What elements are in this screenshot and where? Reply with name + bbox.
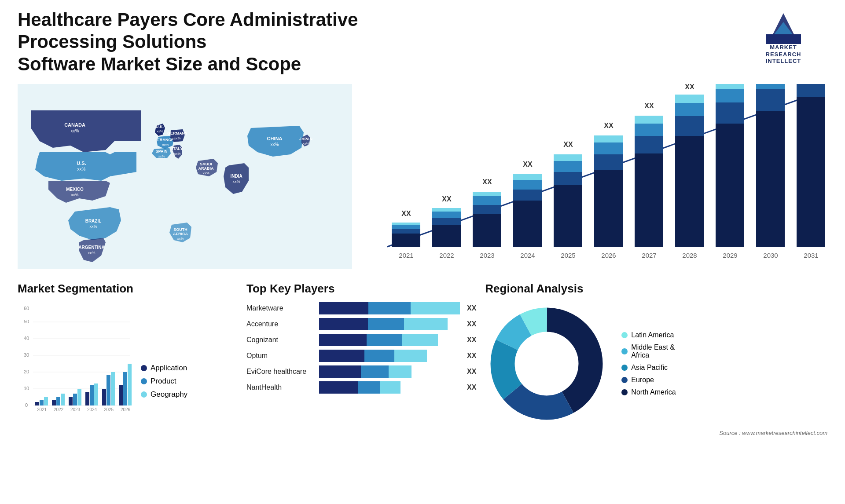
svg-rect-86 <box>716 124 744 247</box>
regional-dot-middle-east <box>621 348 628 354</box>
svg-text:AFRICA: AFRICA <box>173 232 188 236</box>
svg-rect-83 <box>675 95 704 103</box>
svg-text:xx%: xx% <box>302 142 309 146</box>
svg-rect-71 <box>594 135 623 142</box>
svg-text:XX: XX <box>563 141 573 148</box>
regional-section: Regional Analysis <box>485 282 827 436</box>
svg-text:2021: 2021 <box>37 407 47 412</box>
svg-text:xx%: xx% <box>77 167 86 172</box>
bar-seg-2 <box>358 381 380 394</box>
svg-text:0: 0 <box>25 402 28 408</box>
bar-seg-3 <box>389 365 412 378</box>
legend-label-product: Product <box>151 377 176 386</box>
svg-rect-62 <box>554 185 582 247</box>
svg-text:MEXICO: MEXICO <box>66 187 84 192</box>
seg-chart-svg: 0 10 20 30 40 50 60 <box>18 302 132 408</box>
legend-label-application: Application <box>151 364 187 373</box>
svg-rect-119 <box>56 397 60 405</box>
svg-text:GERMANY: GERMANY <box>167 131 187 135</box>
player-value: XX <box>467 320 476 328</box>
svg-rect-132 <box>111 372 115 405</box>
svg-text:2023: 2023 <box>70 407 81 412</box>
svg-text:INDIA: INDIA <box>230 174 242 179</box>
segmentation-title: Market Segmentation <box>18 282 238 296</box>
logo: MARKETRESEARCHINTELLECT <box>739 9 827 65</box>
bar-seg-3 <box>411 302 460 314</box>
player-name: Cognizant <box>246 336 315 344</box>
svg-text:XX: XX <box>401 210 411 217</box>
player-name: Marketware <box>246 304 315 312</box>
svg-text:30: 30 <box>24 352 29 358</box>
bar-seg-3 <box>404 318 448 330</box>
player-value: XX <box>467 336 476 344</box>
svg-rect-81 <box>675 116 704 136</box>
svg-rect-114 <box>35 402 39 405</box>
svg-rect-74 <box>635 153 663 247</box>
svg-rect-64 <box>554 161 582 172</box>
player-value: XX <box>467 352 476 360</box>
regional-content: Latin America Middle East &Africa Asia P… <box>485 302 827 425</box>
svg-text:xx%: xx% <box>232 179 240 184</box>
svg-rect-92 <box>756 111 785 247</box>
world-map-svg: CANADA xx% U.S. xx% MEXICO xx% BRAZIL xx… <box>18 84 352 269</box>
svg-rect-80 <box>675 136 704 247</box>
svg-text:XX: XX <box>523 161 533 168</box>
legend-label-geography: Geography <box>151 390 187 399</box>
svg-text:SPAIN: SPAIN <box>156 149 168 153</box>
logo-icon <box>766 9 801 44</box>
svg-text:xx%: xx% <box>88 251 95 255</box>
table-row: Cognizant XX <box>246 334 476 346</box>
world-map: CANADA xx% U.S. xx% MEXICO xx% BRAZIL xx… <box>18 84 352 269</box>
svg-rect-76 <box>635 124 663 136</box>
bar-seg-3 <box>402 334 438 346</box>
player-value: XX <box>467 368 476 376</box>
bar-seg-3 <box>394 350 427 362</box>
list-item: Middle East &Africa <box>621 343 676 359</box>
svg-text:xx%: xx% <box>174 152 180 156</box>
svg-rect-87 <box>716 102 744 124</box>
player-bar-container <box>319 381 460 394</box>
svg-text:XX: XX <box>442 195 452 203</box>
svg-text:2025: 2025 <box>104 407 114 412</box>
svg-text:20: 20 <box>24 369 29 374</box>
svg-rect-68 <box>594 170 623 247</box>
svg-rect-52 <box>473 196 501 205</box>
svg-rect-39 <box>392 229 420 234</box>
svg-rect-93 <box>756 89 785 111</box>
bar-seg-1 <box>319 334 367 346</box>
svg-rect-130 <box>102 389 106 405</box>
svg-text:xx%: xx% <box>162 143 169 147</box>
bar-chart-section: XX 2021 XX 2022 XX 2023 <box>365 84 827 269</box>
svg-rect-89 <box>716 84 744 89</box>
svg-rect-50 <box>473 214 501 247</box>
svg-rect-75 <box>635 136 663 153</box>
svg-text:2024: 2024 <box>87 407 97 412</box>
svg-rect-127 <box>90 385 94 405</box>
list-item: Latin America <box>621 331 676 339</box>
svg-text:60: 60 <box>24 306 29 311</box>
list-item: Europe <box>621 376 676 384</box>
table-row: Optum XX <box>246 350 476 362</box>
segmentation-section: Market Segmentation 0 10 20 30 40 50 60 <box>18 282 238 408</box>
player-bar-container <box>319 334 460 346</box>
svg-rect-44 <box>432 225 461 247</box>
growth-bar-chart: XX 2021 XX 2022 XX 2023 <box>365 84 827 269</box>
svg-rect-123 <box>73 394 77 405</box>
player-bar <box>319 381 400 394</box>
svg-text:2030: 2030 <box>763 252 778 259</box>
player-bar <box>319 318 448 330</box>
svg-text:BRAZIL: BRAZIL <box>85 219 102 223</box>
player-bar-container <box>319 302 460 314</box>
svg-text:2026: 2026 <box>121 407 131 412</box>
player-bar <box>319 302 460 314</box>
svg-rect-63 <box>554 172 582 185</box>
regional-label-asia-pacific: Asia Pacific <box>631 364 668 372</box>
players-list: Marketware XX Accenture <box>246 302 476 394</box>
svg-text:ITALY: ITALY <box>172 146 183 151</box>
player-bar <box>319 350 427 362</box>
player-name: Optum <box>246 352 315 360</box>
header: Healthcare Payers Core Administrative Pr… <box>18 9 827 75</box>
svg-text:XX: XX <box>482 178 492 186</box>
table-row: NantHealth XX <box>246 381 476 394</box>
svg-rect-136 <box>128 364 132 405</box>
